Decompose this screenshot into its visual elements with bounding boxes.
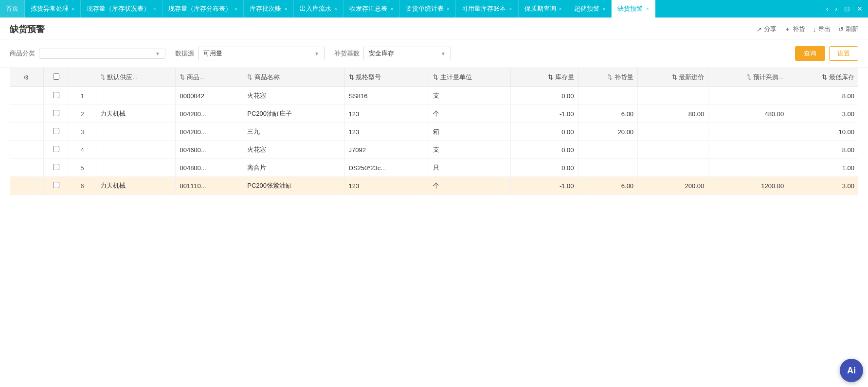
- row-check-3[interactable]: [43, 141, 69, 159]
- col-header-settings[interactable]: ⚙: [10, 68, 43, 87]
- col-header-price[interactable]: ⇅ 最新进价: [638, 68, 708, 87]
- nav-tab-1[interactable]: 拣货异常处理 ×: [25, 0, 81, 18]
- row-checkbox-3[interactable]: [53, 146, 59, 152]
- gear-icon: ⚙: [23, 74, 29, 81]
- col-header-spec[interactable]: ⇅ 规格型号: [344, 68, 429, 87]
- nav-tab-4[interactable]: 库存批次账 ×: [244, 0, 293, 18]
- row-estimate-0: [708, 87, 788, 105]
- close-tab-1[interactable]: ×: [72, 6, 74, 12]
- nav-restore-button[interactable]: ⊡: [842, 4, 852, 14]
- col-header-code[interactable]: ⇅ 商品...: [176, 68, 243, 87]
- close-tab-7[interactable]: ×: [447, 6, 450, 12]
- nav-tab-7[interactable]: 要货单统计表 ×: [400, 0, 456, 18]
- row-check-5[interactable]: [43, 177, 69, 195]
- col-header-minstock[interactable]: ⇅ 最低库存: [788, 68, 858, 87]
- select-all-checkbox[interactable]: [53, 73, 59, 80]
- row-supplier-0: [96, 87, 176, 105]
- row-settings-2: [10, 123, 43, 141]
- row-spec-2: 123: [344, 123, 429, 141]
- category-select[interactable]: ▼: [39, 49, 165, 59]
- row-check-1[interactable]: [43, 105, 69, 123]
- row-code-4: 004800...: [176, 159, 243, 177]
- row-supplier-3: [96, 141, 176, 159]
- nav-tab-10[interactable]: 超储预警 ×: [568, 0, 612, 18]
- close-tab-8[interactable]: ×: [509, 6, 512, 12]
- nav-tab-2[interactable]: 现存量（库存状况表） ×: [81, 0, 162, 18]
- nav-tab-home[interactable]: 首页: [0, 0, 25, 18]
- replenish-arrow-icon: ▼: [441, 51, 446, 56]
- table-row[interactable]: 3 004200... 三九 123 箱 0.00 20.00 10.00: [10, 123, 858, 141]
- close-tab-4[interactable]: ×: [284, 6, 287, 12]
- row-unit-3: 支: [429, 141, 511, 159]
- code-sort-icon: ⇅: [180, 73, 185, 81]
- row-checkbox-4[interactable]: [53, 164, 59, 170]
- col-header-check[interactable]: [43, 68, 69, 87]
- close-tab-2[interactable]: ×: [153, 6, 156, 12]
- nav-tab-5[interactable]: 出入库流水 ×: [294, 0, 344, 18]
- col-header-unit[interactable]: ⇅ 主计量单位: [429, 68, 511, 87]
- nav-next-button[interactable]: ›: [832, 4, 840, 14]
- close-tab-9[interactable]: ×: [559, 6, 562, 12]
- nav-tab-9[interactable]: 保质期查询 ×: [519, 0, 568, 18]
- row-supplier-1: 力天机械: [96, 105, 176, 123]
- page-title: 缺货预警: [10, 23, 45, 35]
- row-spec-1: 123: [344, 105, 429, 123]
- export-button[interactable]: ↓ 导出: [813, 25, 831, 34]
- table-row[interactable]: 4 004600... 火花塞 J7092 支 0.00 8.00: [10, 141, 858, 159]
- row-supplier-2: [96, 123, 176, 141]
- supplier-sort-icon: ⇅: [100, 73, 106, 81]
- nav-tab-3[interactable]: 现存量（库存分布表） ×: [163, 0, 244, 18]
- page-header: 缺货预警 ↗ 分享 ＋ 补货 ↓ 导出 ↺ 刷新: [0, 18, 868, 39]
- export-icon: ↓: [813, 26, 816, 33]
- nav-close-button[interactable]: ✕: [854, 4, 865, 14]
- nav-tab-11[interactable]: 缺货预警 ×: [612, 0, 655, 18]
- ai-badge[interactable]: Ai: [840, 359, 863, 382]
- col-header-index: [69, 68, 96, 87]
- row-name-1: PC200油缸庄子: [243, 105, 344, 123]
- share-button[interactable]: ↗ 分享: [757, 25, 777, 34]
- row-stock-4: 0.00: [510, 159, 578, 177]
- row-check-2[interactable]: [43, 123, 69, 141]
- col-header-supplier[interactable]: ⇅ 默认供应...: [96, 68, 176, 87]
- row-name-4: 离合片: [243, 159, 344, 177]
- row-unit-0: 支: [429, 87, 511, 105]
- col-header-stock[interactable]: ⇅ 库存量: [510, 68, 578, 87]
- close-tab-6[interactable]: ×: [390, 6, 393, 12]
- datasource-arrow-icon: ▼: [314, 51, 319, 56]
- nav-tab-6[interactable]: 收发存汇总表 ×: [344, 0, 399, 18]
- row-checkbox-1[interactable]: [53, 110, 59, 116]
- row-checkbox-5[interactable]: [53, 182, 59, 188]
- row-check-0[interactable]: [43, 87, 69, 105]
- col-header-name[interactable]: ⇅ 商品名称: [243, 68, 344, 87]
- replenish-select[interactable]: 安全库存 ▼: [363, 47, 451, 60]
- close-tab-5[interactable]: ×: [334, 6, 337, 12]
- close-tab-10[interactable]: ×: [602, 6, 605, 12]
- row-spec-0: SS816: [344, 87, 429, 105]
- nav-prev-button[interactable]: ‹: [824, 4, 831, 14]
- col-header-replenish[interactable]: ⇅ 补货量: [578, 68, 638, 87]
- datasource-select[interactable]: 可用量 ▼: [198, 47, 325, 60]
- row-code-3: 004600...: [176, 141, 243, 159]
- nav-tab-8[interactable]: 可用量库存账本 ×: [456, 0, 518, 18]
- table-row[interactable]: 5 004800... 离合片 DS250*23c... 只 0.00 1.00: [10, 159, 858, 177]
- settings-button[interactable]: 设置: [829, 46, 858, 61]
- replenish-button[interactable]: ＋ 补货: [784, 25, 805, 34]
- row-checkbox-2[interactable]: [53, 128, 59, 134]
- refresh-button[interactable]: ↺ 刷新: [838, 25, 858, 34]
- row-price-4: [638, 159, 708, 177]
- row-stock-2: 0.00: [510, 123, 578, 141]
- row-unit-1: 个: [429, 105, 511, 123]
- row-minstock-5: 3.00: [788, 177, 858, 195]
- close-tab-3[interactable]: ×: [235, 6, 237, 12]
- table-row[interactable]: 1 0000042 火花塞 SS816 支 0.00 8.00: [10, 87, 858, 105]
- col-header-estimate[interactable]: ⇅ 预计采购...: [708, 68, 788, 87]
- row-stock-1: -1.00: [510, 105, 578, 123]
- row-replenish-1: 6.00: [578, 105, 638, 123]
- row-check-4[interactable]: [43, 159, 69, 177]
- row-checkbox-0[interactable]: [53, 92, 59, 98]
- row-spec-3: J7092: [344, 141, 429, 159]
- table-row[interactable]: 6 力天机械 801110... PC200张紧油缸 123 个 -1.00 6…: [10, 177, 858, 195]
- close-tab-11[interactable]: ×: [646, 6, 649, 12]
- table-row[interactable]: 2 力天机械 004200... PC200油缸庄子 123 个 -1.00 6…: [10, 105, 858, 123]
- query-button[interactable]: 查询: [795, 46, 825, 61]
